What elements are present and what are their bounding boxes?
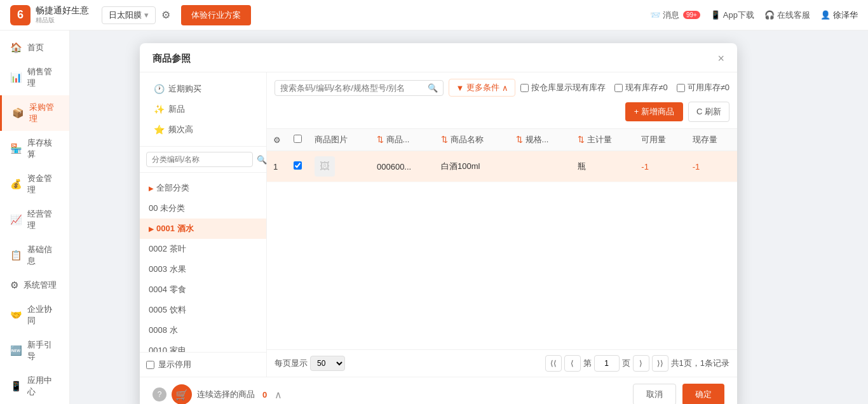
product-search-input[interactable]: [280, 83, 425, 93]
nav-select[interactable]: 日太阳膜 ▾: [102, 6, 156, 24]
nav-select-label: 日太阳膜: [109, 10, 142, 21]
checkbox-warehouse[interactable]: 按仓库显示现有库存: [520, 82, 606, 93]
sidebar-item-inventory[interactable]: 🏪 库存核算: [0, 131, 69, 166]
category-label: 0001 酒水: [156, 223, 194, 234]
cart-button[interactable]: 🛒: [172, 384, 192, 404]
sidebar-item-label: 首页: [27, 42, 44, 53]
prev-page-button[interactable]: ⟨: [564, 355, 581, 372]
category-item-3[interactable]: 0003 水果: [140, 259, 266, 279]
page-number-input[interactable]: [594, 355, 620, 372]
sidebar-item-system[interactable]: ⚙ 系统管理: [0, 273, 69, 297]
col-spec: ⇅ 规格...: [510, 129, 571, 151]
table-row[interactable]: 1 🖼 000600... 白酒100ml 瓶 -1: [267, 151, 737, 182]
next-page-button[interactable]: ⟩: [633, 355, 649, 372]
refresh-button[interactable]: C 刷新: [688, 102, 729, 122]
category-list: ▶ 全部分类 00 未分类 ▶ 0001 酒水 0002 茶叶: [140, 173, 266, 352]
checkbox-available-nonzero[interactable]: 可用库存≠0: [677, 82, 729, 93]
content-area: 商品参照 × 🕐 近期购买 ✨ 新: [70, 30, 868, 404]
show-disabled-checkbox[interactable]: [146, 361, 154, 369]
message-icon: 📨: [650, 10, 660, 20]
quick-link-frequent[interactable]: ⭐ 频次高: [146, 119, 260, 140]
row-checkbox[interactable]: [287, 151, 308, 182]
purchase-icon: 📦: [12, 107, 24, 119]
quick-link-recent[interactable]: 🕐 近期购买: [146, 79, 260, 99]
add-product-button[interactable]: + 新增商品: [625, 102, 683, 121]
modal-close-button[interactable]: ×: [717, 52, 724, 65]
total-label: 共1页，1条记录: [671, 358, 729, 369]
available-nonzero-checkbox[interactable]: [677, 84, 685, 92]
col-image: 商品图片: [308, 129, 370, 151]
show-disabled-label: 显示停用: [158, 359, 191, 370]
filter-button[interactable]: ▼ 更多条件 ∧: [449, 79, 515, 97]
help-icon-button[interactable]: ?: [153, 387, 166, 401]
experience-button[interactable]: 体验行业方案: [181, 5, 251, 25]
collapse-footer-button[interactable]: ∧: [275, 389, 282, 401]
sidebar-item-label: 销售管理: [27, 66, 59, 89]
user-item[interactable]: 👤 徐泽华: [820, 10, 858, 21]
finance-icon: 💰: [10, 178, 22, 190]
cancel-button[interactable]: 取消: [633, 384, 676, 404]
top-nav: 6 畅捷通好生意 精品版 日太阳膜 ▾ ⚙ 体验行业方案 📨 消息 99+ 📱 …: [0, 0, 868, 30]
sidebar-item-operations[interactable]: 📈 经营管理: [0, 202, 69, 238]
settings-col-icon: ⚙: [273, 135, 281, 145]
first-page-button[interactable]: ⟨⟨: [545, 355, 562, 372]
category-item-all[interactable]: ▶ 全部分类: [140, 178, 266, 198]
checkbox-available-label: 可用库存≠0: [688, 82, 729, 93]
sidebar-item-label: 系统管理: [24, 279, 57, 291]
select-all-checkbox[interactable]: [294, 135, 302, 143]
category-item-1[interactable]: ▶ 0001 酒水: [140, 219, 266, 239]
home-icon: 🏠: [10, 42, 22, 53]
quick-link-new[interactable]: ✨ 新品: [146, 99, 260, 119]
sidebar-item-apps[interactable]: 📱 应用中心: [0, 368, 69, 404]
sidebar-item-sales[interactable]: 📊 销售管理: [0, 60, 69, 95]
sidebar-item-label: 应用中心: [27, 375, 59, 398]
search-icon: 🔍: [428, 83, 438, 93]
confirm-button[interactable]: 确定: [682, 384, 724, 404]
sort-icon: ⇅: [516, 135, 523, 144]
category-item-5[interactable]: 0005 饮料: [140, 300, 266, 320]
row-name: 白酒100ml: [435, 151, 510, 182]
category-search-input[interactable]: [146, 152, 253, 167]
settings-icon-btn[interactable]: ⚙: [156, 5, 176, 25]
row-spec: [510, 151, 571, 182]
sidebar-item-basic[interactable]: 📋 基础信息: [0, 238, 69, 273]
logo-sub: 精品版: [36, 16, 89, 25]
sidebar-item-enterprise[interactable]: 🤝 企业协同: [0, 297, 69, 333]
app-download-item[interactable]: 📱 App下载: [710, 10, 754, 21]
category-item-2[interactable]: 0002 茶叶: [140, 239, 266, 259]
sidebar-item-home[interactable]: 🏠 首页: [0, 36, 69, 60]
category-search-icon[interactable]: 🔍: [257, 155, 267, 165]
warehouse-checkbox[interactable]: [520, 84, 529, 92]
message-label: 消息: [663, 10, 679, 21]
page-nav: ⟨⟨ ⟨ 第 页 ⟩ ⟩⟩ 共1页，1条记录: [545, 355, 729, 372]
left-top: 🕐 近期购买 ✨ 新品 ⭐ 频次高: [140, 72, 266, 147]
product-table: ⚙ 商品图片 ⇅ 商品... ⇅ 商品名称: [267, 129, 737, 182]
per-page-selector[interactable]: 50 100 200: [310, 356, 345, 371]
col-unit: ⇅ 主计量: [571, 129, 635, 151]
sidebar-item-finance[interactable]: 💰 资金管理: [0, 166, 69, 202]
sidebar-item-purchase[interactable]: 📦 采购管理: [0, 95, 69, 131]
sidebar-item-newbie[interactable]: 🆕 新手引导: [0, 333, 69, 368]
product-table-wrap: ⚙ 商品图片 ⇅ 商品... ⇅ 商品名称: [267, 129, 737, 349]
category-item-7[interactable]: 0010 家电: [140, 340, 266, 352]
table-header-row: ⚙ 商品图片 ⇅ 商品... ⇅ 商品名称: [267, 129, 737, 151]
sidebar-item-label: 基础信息: [27, 244, 59, 267]
online-service-label: 在线客服: [777, 10, 810, 21]
nav-select-arrow: ▾: [144, 10, 149, 20]
online-service-item[interactable]: 🎧 在线客服: [764, 10, 810, 21]
left-panel: 🕐 近期购买 ✨ 新品 ⭐ 频次高: [140, 72, 267, 377]
category-label: 0008 水: [149, 325, 178, 336]
expand-icon: ▶: [149, 185, 154, 192]
category-item-0[interactable]: 00 未分类: [140, 198, 266, 219]
user-name: 徐泽华: [833, 10, 858, 21]
category-item-4[interactable]: 0004 零食: [140, 279, 266, 300]
stock-nonzero-checkbox[interactable]: [614, 84, 623, 92]
category-item-6[interactable]: 0008 水: [140, 320, 266, 340]
product-reference-modal: 商品参照 × 🕐 近期购买 ✨ 新: [140, 43, 737, 404]
checkbox-stock-nonzero[interactable]: 现有库存≠0: [614, 82, 667, 93]
row-image: 🖼: [308, 151, 370, 182]
last-page-button[interactable]: ⟩⟩: [652, 355, 668, 372]
page-unit-label: 页: [622, 358, 630, 369]
modal-header: 商品参照 ×: [140, 43, 737, 72]
message-item[interactable]: 📨 消息 99+: [650, 10, 700, 21]
